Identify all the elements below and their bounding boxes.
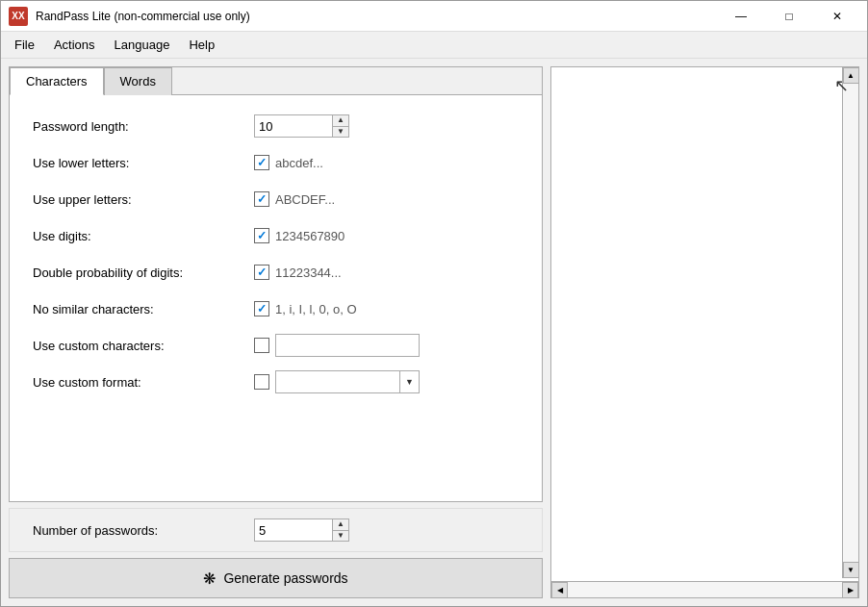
- num-passwords-spinner-buttons: ▲ ▼: [332, 519, 348, 541]
- lower-letters-row: Use lower letters: abcdef...: [33, 151, 519, 174]
- scroll-left-arrow[interactable]: ◀: [551, 582, 568, 598]
- upper-letters-control: ABCDEF...: [254, 191, 335, 207]
- select-arrow-icon: ▼: [399, 371, 419, 392]
- minimize-button[interactable]: —: [719, 3, 763, 30]
- custom-chars-checkbox[interactable]: [254, 338, 269, 353]
- lower-letters-label: Use lower letters:: [33, 156, 254, 170]
- digits-checkbox[interactable]: [254, 228, 269, 243]
- custom-format-select-wrapper: ▼: [275, 370, 420, 393]
- custom-format-control: ▼: [254, 370, 420, 393]
- generate-button-label: Generate passwords: [223, 570, 347, 586]
- digits-label: Use digits:: [33, 229, 254, 243]
- generate-icon: ❋: [203, 569, 216, 588]
- scroll-down-arrow[interactable]: ▼: [843, 562, 859, 578]
- double-prob-row: Double probability of digits: 11223344..…: [33, 261, 519, 284]
- digits-row: Use digits: 1234567890: [33, 224, 519, 247]
- custom-chars-control: [254, 334, 420, 357]
- num-passwords-spinner: ▲ ▼: [254, 518, 349, 542]
- custom-format-label: Use custom format:: [33, 375, 254, 390]
- tab-characters[interactable]: Characters: [10, 67, 104, 95]
- scroll-up-arrow[interactable]: ▲: [843, 67, 859, 84]
- custom-format-checkbox[interactable]: [254, 374, 269, 390]
- menu-language[interactable]: Language: [105, 34, 180, 56]
- menu-actions[interactable]: Actions: [44, 34, 105, 56]
- generate-button[interactable]: ❋ Generate passwords: [9, 558, 543, 598]
- custom-format-select[interactable]: [276, 371, 399, 392]
- double-prob-text: 11223344...: [275, 266, 342, 280]
- lower-letters-control: abcdef...: [254, 155, 323, 170]
- no-similar-text: 1, i, I, l, 0, o, O: [275, 302, 357, 316]
- lower-letters-checkbox[interactable]: [254, 155, 269, 170]
- password-output-area[interactable]: [551, 67, 858, 581]
- lower-letters-text: abcdef...: [275, 156, 323, 170]
- scroll-track-v: [843, 84, 858, 562]
- password-length-input[interactable]: [255, 115, 332, 137]
- custom-format-row: Use custom format: ▼: [33, 370, 519, 393]
- maximize-button[interactable]: □: [767, 3, 811, 30]
- menu-help[interactable]: Help: [179, 34, 224, 56]
- tab-characters-content: Password length: ▲ ▼: [10, 95, 542, 501]
- tab-container: Characters Words Password length: ▲ ▼: [9, 66, 543, 502]
- spinner-down[interactable]: ▼: [333, 126, 348, 137]
- password-output-panel: ▲ ▼ ◀ ▶: [550, 66, 859, 598]
- no-similar-label: No similar characters:: [33, 302, 254, 316]
- digits-text: 1234567890: [275, 229, 345, 243]
- digits-control: 1234567890: [254, 228, 345, 243]
- upper-letters-text: ABCDEF...: [275, 192, 335, 207]
- double-prob-checkbox[interactable]: [254, 265, 269, 280]
- num-passwords-label: Number of passwords:: [33, 523, 254, 538]
- tab-words[interactable]: Words: [104, 67, 172, 95]
- close-button[interactable]: ✕: [815, 3, 859, 30]
- scroll-track-h: [568, 582, 842, 597]
- horizontal-scrollbar[interactable]: ◀ ▶: [551, 581, 858, 597]
- password-length-label: Password length:: [33, 119, 254, 134]
- num-passwords-input[interactable]: [255, 519, 332, 541]
- upper-letters-label: Use upper letters:: [33, 192, 254, 207]
- menu-file[interactable]: File: [5, 34, 44, 56]
- num-passwords-section: Number of passwords: ▲ ▼: [9, 508, 543, 552]
- double-prob-control: 11223344...: [254, 265, 342, 280]
- no-similar-row: No similar characters: 1, i, I, l, 0, o,…: [33, 297, 519, 320]
- menu-bar: File Actions Language Help: [1, 32, 867, 59]
- vertical-scrollbar[interactable]: ▲ ▼: [842, 67, 858, 578]
- title-bar: XX RandPass Lite (non-commercial use onl…: [1, 1, 867, 32]
- scroll-right-arrow[interactable]: ▶: [842, 582, 858, 598]
- no-similar-control: 1, i, I, l, 0, o, O: [254, 301, 357, 316]
- num-passwords-spinner-down[interactable]: ▼: [333, 530, 348, 541]
- upper-letters-row: Use upper letters: ABCDEF...: [33, 188, 519, 211]
- no-similar-checkbox[interactable]: [254, 301, 269, 316]
- custom-chars-input[interactable]: [275, 334, 420, 357]
- custom-chars-label: Use custom characters:: [33, 339, 254, 353]
- window-controls: — □ ✕: [719, 3, 859, 30]
- left-panel: Characters Words Password length: ▲ ▼: [9, 66, 543, 598]
- spinner-buttons: ▲ ▼: [332, 115, 348, 137]
- custom-chars-row: Use custom characters:: [33, 334, 519, 357]
- password-length-spinner: ▲ ▼: [254, 114, 349, 138]
- app-icon: XX: [9, 7, 28, 26]
- window-title: RandPass Lite (non-commercial use only): [36, 10, 719, 23]
- main-window: XX RandPass Lite (non-commercial use onl…: [0, 0, 868, 607]
- upper-letters-checkbox[interactable]: [254, 191, 269, 207]
- main-content: Characters Words Password length: ▲ ▼: [1, 59, 867, 606]
- spinner-up[interactable]: ▲: [333, 115, 348, 126]
- password-length-row: Password length: ▲ ▼: [33, 114, 519, 138]
- password-length-control: ▲ ▼: [254, 114, 349, 138]
- tab-headers: Characters Words: [10, 67, 542, 95]
- double-prob-label: Double probability of digits:: [33, 266, 254, 280]
- num-passwords-spinner-up[interactable]: ▲: [333, 519, 348, 530]
